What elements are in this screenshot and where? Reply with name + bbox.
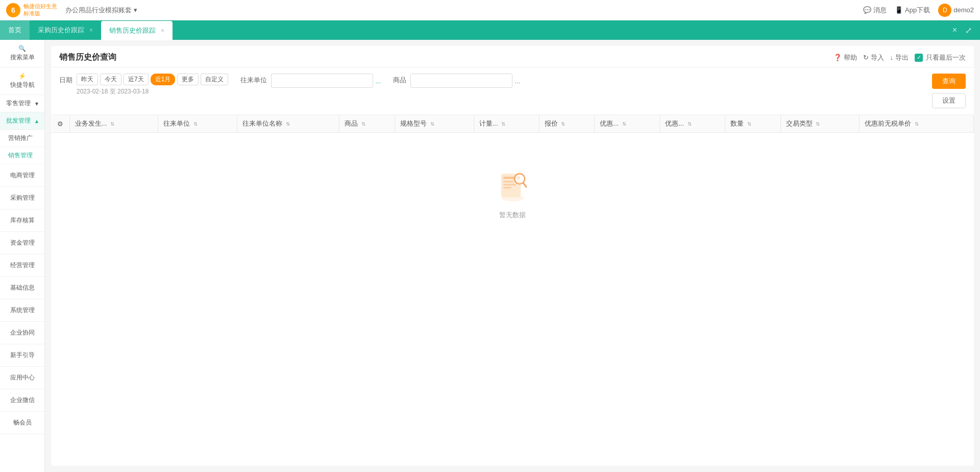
table-header-unit[interactable]: 计量... ⇅ bbox=[474, 115, 539, 133]
svg-rect-4 bbox=[503, 184, 516, 185]
table-header-partner-name[interactable]: 往来单位名称 ⇅ bbox=[237, 115, 339, 133]
sidebar-item-finance-label: 资金管理 bbox=[10, 239, 35, 247]
goods-ellipsis[interactable]: ... bbox=[514, 77, 520, 85]
logo-icon: 6 bbox=[6, 3, 20, 17]
sidebar-item-wechat[interactable]: 企业微信 bbox=[0, 389, 44, 412]
sort-icon: ⇅ bbox=[688, 121, 692, 127]
sidebar-item-marketing[interactable]: 营销推广 bbox=[0, 130, 44, 147]
table-header: ⚙ 业务发生... ⇅ 往来单位 ⇅ 往来单位名称 bbox=[51, 115, 974, 133]
sidebar-item-purchase[interactable]: 采购管理 bbox=[0, 187, 44, 209]
sidebar-item-operations-label: 经营管理 bbox=[10, 261, 35, 270]
app-selector-label: 办公用品行业模拟账套 bbox=[65, 6, 132, 15]
date-btn-7days[interactable]: 近7天 bbox=[124, 74, 149, 85]
set-button[interactable]: 设置 bbox=[932, 93, 966, 108]
sidebar-item-finance[interactable]: 资金管理 bbox=[0, 232, 44, 254]
tabbar: 首页 采购历史价跟踪 × 销售历史价跟踪 × × ⤢ bbox=[0, 20, 980, 40]
chevron-down-icon: ▾ bbox=[134, 6, 137, 14]
content-area: 销售历史价查询 ❓ 帮助 ↻ 导入 ↓ 导出 ✓ bbox=[45, 40, 980, 472]
table-header-goods[interactable]: 商品 ⇅ bbox=[339, 115, 395, 133]
sidebar-item-wholesale[interactable]: 批发管理 ▴ bbox=[0, 112, 44, 130]
table-wrap: ⚙ 业务发生... ⇅ 往来单位 ⇅ 往来单位名称 bbox=[51, 115, 974, 466]
page-header: 销售历史价查询 ❓ 帮助 ↻ 导入 ↓ 导出 ✓ bbox=[51, 46, 974, 67]
sidebar-item-retail-label: 零售管理 bbox=[6, 99, 31, 108]
table-header-discount1[interactable]: 优惠... ⇅ bbox=[595, 115, 660, 133]
tab-purchase-history-close[interactable]: × bbox=[89, 27, 93, 34]
partner-input-wrap: ... bbox=[271, 74, 381, 88]
sidebar-item-member[interactable]: 畅会员 bbox=[0, 412, 44, 434]
sidebar-item-basic[interactable]: 基础信息 bbox=[0, 277, 44, 299]
date-filter-group: 日期 昨天 今天 近7天 近1月 更多 自定义 2023-02-18 至 202… bbox=[59, 74, 228, 96]
sidebar-item-enterprise[interactable]: 企业协同 bbox=[0, 322, 44, 344]
sidebar-item-wechat-label: 企业微信 bbox=[10, 396, 35, 405]
export-icon: ↓ bbox=[890, 54, 894, 61]
chevron-up-icon: ▴ bbox=[35, 117, 38, 125]
table-header-settings[interactable]: ⚙ bbox=[51, 115, 69, 133]
page-card: 销售历史价查询 ❓ 帮助 ↻ 导入 ↓ 导出 ✓ bbox=[51, 46, 974, 466]
date-btn-yesterday[interactable]: 昨天 bbox=[77, 74, 98, 85]
sidebar-item-sales-mgmt[interactable]: 销售管理 bbox=[0, 147, 44, 164]
date-btn-1month[interactable]: 近1月 bbox=[151, 74, 176, 85]
table-header-biz-date[interactable]: 业务发生... ⇅ bbox=[69, 115, 158, 133]
tab-sales-history-label: 销售历史价跟踪 bbox=[109, 26, 156, 35]
table-header-spec[interactable]: 规格型号 ⇅ bbox=[395, 115, 474, 133]
export-button[interactable]: ↓ 导出 bbox=[890, 53, 909, 62]
sidebar-item-newbie-label: 新手引导 bbox=[10, 351, 35, 360]
table-header-qty[interactable]: 数量 ⇅ bbox=[725, 115, 781, 133]
sidebar-item-inventory[interactable]: 库存核算 bbox=[0, 209, 44, 232]
tab-sales-history-close[interactable]: × bbox=[161, 27, 164, 34]
sidebar-item-enterprise-label: 企业协同 bbox=[10, 328, 35, 337]
app-download-button[interactable]: 📱 App下载 bbox=[895, 6, 930, 15]
close-all-tabs-button[interactable]: × bbox=[950, 23, 959, 37]
filter-actions: 查询 设置 bbox=[932, 74, 966, 108]
partner-input[interactable] bbox=[271, 74, 373, 88]
expand-button[interactable]: ⤢ bbox=[963, 23, 974, 37]
sidebar-item-retail[interactable]: 零售管理 ▾ bbox=[0, 95, 44, 112]
sidebar: 🔍 搜索菜单 ⚡ 快捷导航 零售管理 ▾ 批发管理 ▴ 营销推广 销售管理 电商… bbox=[0, 40, 45, 472]
settings-icon[interactable]: ⚙ bbox=[57, 120, 63, 128]
logo-area: 6 畅捷信好生意 标准版 bbox=[6, 3, 57, 17]
table-header-quote[interactable]: 报价 ⇅ bbox=[539, 115, 595, 133]
tab-purchase-history[interactable]: 采购历史价跟踪 × bbox=[30, 20, 101, 40]
app-selector[interactable]: 办公用品行业模拟账套 ▾ bbox=[61, 4, 141, 17]
help-button[interactable]: ❓ 帮助 bbox=[834, 53, 857, 62]
page-header-actions: ❓ 帮助 ↻ 导入 ↓ 导出 ✓ 只看最后一次 bbox=[834, 53, 966, 62]
date-btn-custom[interactable]: 自定义 bbox=[201, 74, 228, 85]
sidebar-item-marketing-label: 营销推广 bbox=[8, 134, 33, 143]
chevron-down-icon: ▾ bbox=[35, 100, 38, 107]
query-button[interactable]: 查询 bbox=[932, 74, 966, 89]
checkbox-icon[interactable]: ✓ bbox=[915, 54, 923, 62]
table-header-trade-type[interactable]: 交易类型 ⇅ bbox=[780, 115, 860, 133]
sidebar-item-ecommerce[interactable]: 电商管理 bbox=[0, 164, 44, 187]
import-button[interactable]: ↻ 导入 bbox=[863, 53, 884, 62]
message-icon: 💬 bbox=[863, 6, 871, 14]
empty-illustration bbox=[492, 163, 533, 204]
sidebar-item-operations[interactable]: 经营管理 bbox=[0, 254, 44, 277]
data-table: ⚙ 业务发生... ⇅ 往来单位 ⇅ 往来单位名称 bbox=[51, 115, 974, 133]
only-last-checkbox[interactable]: ✓ 只看最后一次 bbox=[915, 53, 966, 62]
table-header-partner-code[interactable]: 往来单位 ⇅ bbox=[158, 115, 237, 133]
sidebar-item-search[interactable]: 🔍 搜索菜单 bbox=[0, 40, 44, 67]
logo-text: 畅捷信好生意 标准版 bbox=[23, 3, 57, 16]
tab-sales-history[interactable]: 销售历史价跟踪 × bbox=[101, 21, 173, 40]
import-icon: ↻ bbox=[863, 54, 869, 61]
user-menu[interactable]: D demo2 bbox=[938, 4, 974, 17]
table-header-pretax-price[interactable]: 优惠前无税单价 ⇅ bbox=[860, 115, 974, 133]
sort-icon: ⇅ bbox=[747, 121, 751, 127]
sidebar-item-apps[interactable]: 应用中心 bbox=[0, 367, 44, 389]
download-label: App下载 bbox=[905, 6, 930, 15]
topbar-right: 💬 消息 📱 App下载 D demo2 bbox=[863, 4, 974, 17]
sidebar-item-newbie[interactable]: 新手引导 bbox=[0, 344, 44, 367]
goods-input[interactable] bbox=[410, 74, 512, 88]
date-btn-more[interactable]: 更多 bbox=[177, 74, 199, 85]
sidebar-item-system[interactable]: 系统管理 bbox=[0, 299, 44, 322]
sidebar-item-quicknav[interactable]: ⚡ 快捷导航 bbox=[0, 67, 44, 95]
date-btn-today[interactable]: 今天 bbox=[100, 74, 121, 85]
partner-ellipsis[interactable]: ... bbox=[375, 77, 381, 85]
sidebar-item-ecommerce-label: 电商管理 bbox=[10, 171, 35, 180]
table-header-discount2[interactable]: 优惠... ⇅ bbox=[660, 115, 725, 133]
sort-icon: ⇅ bbox=[193, 121, 198, 127]
empty-state: 暂无数据 bbox=[51, 133, 974, 250]
sort-icon: ⇅ bbox=[622, 121, 626, 127]
tab-home[interactable]: 首页 bbox=[0, 20, 30, 40]
messages-button[interactable]: 💬 消息 bbox=[863, 6, 887, 15]
